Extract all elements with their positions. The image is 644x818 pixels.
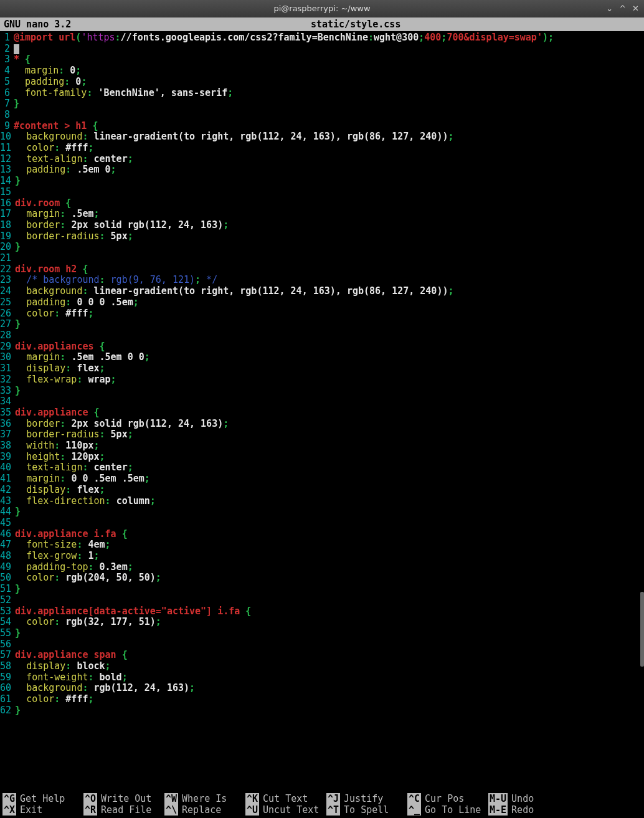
code-line[interactable]: 7} bbox=[0, 98, 644, 110]
code-line[interactable]: 1@import url('https://fonts.googleapis.c… bbox=[0, 32, 644, 44]
code-line[interactable]: 49 padding-top: 0.3em; bbox=[0, 562, 644, 573]
code-content[interactable]: } bbox=[14, 98, 644, 110]
code-content[interactable]: #content > h1 { bbox=[14, 121, 644, 132]
code-content[interactable]: font-family: 'BenchNine', sans-serif; bbox=[14, 88, 644, 99]
code-content[interactable]: div.appliance i.fa { bbox=[15, 529, 644, 540]
code-content[interactable]: color: #fff; bbox=[15, 694, 644, 705]
code-line[interactable]: 24 background: linear-gradient(to right,… bbox=[0, 286, 644, 297]
code-content[interactable] bbox=[15, 187, 644, 198]
shortcut-item[interactable]: ^UUncut Text bbox=[245, 804, 326, 816]
code-line[interactable]: 62} bbox=[0, 705, 644, 716]
code-line[interactable]: 46div.appliance i.fa { bbox=[0, 529, 644, 540]
code-content[interactable]: } bbox=[15, 506, 644, 518]
code-content[interactable]: color: rgb(32, 177, 51); bbox=[15, 617, 644, 628]
code-content[interactable]: border: 2px solid rgb(112, 24, 163); bbox=[15, 419, 644, 430]
code-line[interactable]: 38 width: 110px; bbox=[0, 440, 644, 452]
code-line[interactable]: 21 bbox=[0, 253, 644, 264]
code-content[interactable]: text-align: center; bbox=[15, 154, 644, 165]
code-line[interactable]: 40 text-align: center; bbox=[0, 462, 644, 473]
minimize-icon[interactable]: ⌄ bbox=[606, 4, 613, 13]
code-content[interactable]: border: 2px solid rgb(112, 24, 163); bbox=[15, 220, 644, 231]
code-content[interactable]: color: #fff; bbox=[15, 143, 644, 154]
code-line[interactable]: 50 color: rgb(204, 50, 50); bbox=[0, 573, 644, 584]
code-content[interactable]: } bbox=[15, 176, 644, 187]
code-line[interactable]: 18 border: 2px solid rgb(112, 24, 163); bbox=[0, 220, 644, 231]
code-line[interactable]: 4 margin: 0; bbox=[0, 65, 644, 77]
code-content[interactable]: flex-wrap: wrap; bbox=[15, 374, 644, 386]
code-content[interactable] bbox=[15, 330, 644, 341]
code-content[interactable]: div.appliance { bbox=[15, 407, 644, 419]
code-content[interactable]: width: 110px; bbox=[15, 440, 644, 452]
code-line[interactable]: 48 flex-grow: 1; bbox=[0, 551, 644, 562]
code-line[interactable]: 19 border-radius: 5px; bbox=[0, 231, 644, 242]
code-content[interactable]: text-align: center; bbox=[15, 462, 644, 473]
shortcut-item[interactable]: ^TTo Spell bbox=[326, 804, 407, 816]
code-line[interactable]: 22div.room h2 { bbox=[0, 264, 644, 275]
shortcut-item[interactable]: M-ERedo bbox=[488, 804, 569, 816]
code-line[interactable]: 33} bbox=[0, 386, 644, 397]
code-line[interactable]: 25 padding: 0 0 0 .5em; bbox=[0, 297, 644, 308]
code-content[interactable]: display: block; bbox=[15, 661, 644, 672]
shortcut-item[interactable]: ^XExit bbox=[2, 804, 83, 816]
code-content[interactable]: @import url('https://fonts.googleapis.co… bbox=[14, 32, 644, 44]
shortcut-item[interactable]: ^GGet Help bbox=[2, 793, 83, 804]
code-content[interactable] bbox=[15, 518, 644, 529]
code-content[interactable]: padding: 0; bbox=[14, 77, 644, 88]
code-content[interactable]: } bbox=[15, 705, 644, 716]
code-content[interactable]: div.appliance span { bbox=[15, 650, 644, 661]
code-content[interactable] bbox=[14, 110, 644, 121]
code-line[interactable]: 54 color: rgb(32, 177, 51); bbox=[0, 617, 644, 628]
code-line[interactable]: 39 height: 120px; bbox=[0, 452, 644, 463]
code-content[interactable]: flex-direction: column; bbox=[15, 496, 644, 507]
code-line[interactable]: 12 text-align: center; bbox=[0, 154, 644, 165]
code-content[interactable]: div.room { bbox=[15, 198, 644, 209]
code-line[interactable]: 13 padding: .5em 0; bbox=[0, 164, 644, 176]
code-content[interactable] bbox=[15, 253, 644, 264]
code-content[interactable]: } bbox=[15, 386, 644, 397]
code-line[interactable]: 27} bbox=[0, 319, 644, 330]
code-content[interactable]: margin: .5em; bbox=[15, 209, 644, 220]
code-content[interactable]: color: rgb(204, 50, 50); bbox=[15, 573, 644, 584]
code-line[interactable]: 51} bbox=[0, 584, 644, 595]
code-line[interactable]: 55} bbox=[0, 628, 644, 639]
code-content[interactable]: margin: 0; bbox=[14, 65, 644, 77]
code-line[interactable]: 10 background: linear-gradient(to right,… bbox=[0, 131, 644, 143]
code-line[interactable]: 16div.room { bbox=[0, 198, 644, 209]
code-content[interactable]: padding: 0 0 0 .5em; bbox=[15, 297, 644, 308]
code-content[interactable]: padding-top: 0.3em; bbox=[15, 562, 644, 573]
code-line[interactable]: 34 bbox=[0, 396, 644, 407]
code-content[interactable]: display: flex; bbox=[15, 485, 644, 496]
shortcut-item[interactable]: ^KCut Text bbox=[245, 793, 326, 804]
maximize-icon[interactable]: ^ bbox=[619, 4, 626, 13]
code-line[interactable]: 44} bbox=[0, 506, 644, 518]
code-line[interactable]: 61 color: #fff; bbox=[0, 694, 644, 705]
code-line[interactable]: 11 color: #fff; bbox=[0, 143, 644, 154]
code-content[interactable]: font-size: 4em; bbox=[15, 540, 644, 551]
code-line[interactable]: 32 flex-wrap: wrap; bbox=[0, 374, 644, 386]
code-content[interactable]: background: linear-gradient(to right, rg… bbox=[15, 286, 644, 297]
code-line[interactable]: 31 display: flex; bbox=[0, 363, 644, 374]
code-line[interactable]: 52 bbox=[0, 595, 644, 606]
shortcut-item[interactable]: ^OWrite Out bbox=[83, 793, 164, 804]
code-line[interactable]: 3* { bbox=[0, 54, 644, 65]
code-content[interactable]: /* background: rgb(9, 76, 121); */ bbox=[15, 275, 644, 286]
code-content[interactable]: background: rgb(112, 24, 163); bbox=[15, 683, 644, 694]
code-line[interactable]: 35div.appliance { bbox=[0, 407, 644, 419]
code-line[interactable]: 23 /* background: rgb(9, 76, 121); */ bbox=[0, 275, 644, 286]
code-line[interactable]: 47 font-size: 4em; bbox=[0, 540, 644, 551]
code-line[interactable]: 57div.appliance span { bbox=[0, 650, 644, 661]
code-content[interactable]: } bbox=[15, 584, 644, 595]
code-content[interactable]: border-radius: 5px; bbox=[15, 231, 644, 242]
code-content[interactable] bbox=[15, 595, 644, 606]
shortcut-item[interactable]: ^WWhere Is bbox=[164, 793, 245, 804]
code-content[interactable]: border-radius: 5px; bbox=[15, 429, 644, 440]
code-content[interactable]: div.room h2 { bbox=[15, 264, 644, 275]
code-line[interactable]: 28 bbox=[0, 330, 644, 341]
shortcut-item[interactable]: ^\Replace bbox=[164, 804, 245, 816]
code-line[interactable]: 9#content > h1 { bbox=[0, 121, 644, 132]
code-line[interactable]: 37 border-radius: 5px; bbox=[0, 429, 644, 440]
code-content[interactable]: background: linear-gradient(to right, rg… bbox=[15, 131, 644, 143]
code-content[interactable]: margin: 0 0 .5em .5em; bbox=[15, 473, 644, 485]
code-content[interactable]: padding: .5em 0; bbox=[15, 164, 644, 176]
code-line[interactable]: 6 font-family: 'BenchNine', sans-serif; bbox=[0, 88, 644, 99]
